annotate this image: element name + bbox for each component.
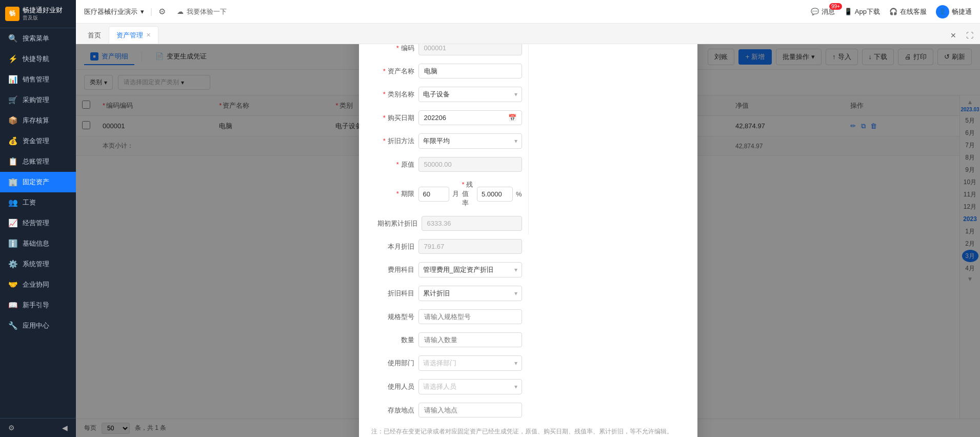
form-divider: [528, 44, 529, 235]
sidebar-item-ledger[interactable]: 📋 总账管理: [0, 151, 76, 172]
user-avatar[interactable]: 👤 畅捷通: [936, 5, 972, 18]
sidebar-item-quicknav[interactable]: ⚡ 快捷导航: [0, 49, 76, 69]
sidebar-item-finance[interactable]: 💰 资金管理: [0, 131, 76, 151]
sidebar-item-label: 快捷导航: [23, 54, 49, 64]
form-right-col: 本月折旧 费用科目 管理费用_固定资产折旧 ▾: [371, 235, 528, 422]
form-row-period: * 期限 月 * 残值率: [371, 176, 528, 212]
form-row-category: * 类别名称 电子设备 ▾: [371, 83, 528, 106]
sidebar-item-operation[interactable]: 📈 经营管理: [0, 213, 76, 233]
form-row-monthly-dep: 本月折旧: [371, 235, 528, 258]
initial-dep-input[interactable]: [422, 216, 522, 231]
tab-asset-management[interactable]: 资产管理 ✕: [109, 26, 158, 44]
quantity-input[interactable]: [418, 332, 522, 347]
messages-badge: 99+: [829, 3, 842, 10]
form-row-user: 使用人员 请选择人员 ▾: [371, 375, 528, 399]
basic-icon: ℹ️: [8, 239, 17, 248]
company-settings-icon[interactable]: ⚙: [158, 7, 166, 16]
content-area: ■ 资产明细 📄 变更生成凭证 刘账 + 新增 批量操作: [76, 44, 980, 437]
sidebar-item-system[interactable]: ⚙️ 系统管理: [0, 254, 76, 274]
form-row-dep-method: * 折旧方法 年限平均 ▾: [371, 129, 528, 153]
system-icon: ⚙️: [8, 260, 17, 269]
asset-name-input[interactable]: [418, 64, 522, 78]
category-name-label: * 类别名称: [377, 90, 414, 99]
sidebar-item-label: 库存核算: [23, 116, 49, 125]
residual-rate-input[interactable]: [477, 187, 513, 202]
messages-btn[interactable]: 💬 消息 99+: [811, 7, 835, 16]
purchase-icon: 🛒: [8, 95, 17, 105]
sidebar-item-appstore[interactable]: 🔧 应用中心: [0, 315, 76, 336]
collapse-icon[interactable]: ◀: [62, 424, 68, 432]
fixedassets-icon: 🏢: [8, 177, 17, 187]
company-name: 医疗器械行业演示: [84, 7, 137, 16]
tab-maximize-icon[interactable]: ⛶: [964, 29, 976, 42]
dep-method-select[interactable]: 年限平均 ▾: [418, 133, 522, 149]
expense-subject-select[interactable]: 管理费用_固定资产折旧 ▾: [418, 262, 522, 277]
form-row-dept: 使用部门 请选择部门 ▾: [371, 351, 528, 375]
online-service-label: 在线客服: [900, 7, 927, 16]
modal-body: * 编码 * 资产名称: [359, 44, 697, 427]
guide-icon: 📖: [8, 301, 17, 310]
user-chevron-icon: ▾: [514, 383, 517, 390]
settings-icon[interactable]: ⚙: [8, 424, 15, 432]
sidebar-item-inventory[interactable]: 📦 库存核算: [0, 110, 76, 131]
experience-label: 我要体验一下: [187, 7, 227, 16]
location-input[interactable]: [418, 403, 522, 418]
page-content: ■ 资产明细 📄 变更生成凭证 刘账 + 新增 批量操作: [76, 44, 980, 437]
initial-dep-label: 期初累计折旧: [377, 219, 417, 228]
tab-home[interactable]: 首页: [80, 26, 109, 44]
avatar: 👤: [936, 5, 949, 18]
company-selector[interactable]: 医疗器械行业演示 ▾: [84, 7, 144, 16]
sidebar-item-label: 总账管理: [23, 157, 49, 166]
user-label: 使用人员: [377, 382, 414, 391]
sidebar: 畅 畅捷通好业财 普及版 🔍 搜索菜单 ⚡ 快捷导航 📊 销售管理 🛒 采购管理…: [0, 0, 76, 437]
spec-input[interactable]: [418, 309, 522, 324]
sidebar-item-search[interactable]: 🔍 搜索菜单: [0, 28, 76, 49]
finance-icon: 💰: [8, 136, 17, 146]
dep-subject-select[interactable]: 累计折旧 ▾: [418, 286, 522, 301]
sidebar-item-label: 新手引导: [23, 301, 49, 310]
app-download-btn[interactable]: 📱 App下载: [844, 7, 880, 16]
edit-modal: 编辑固定资产 ✕ * 编码: [359, 44, 697, 437]
residual-rate-unit: %: [516, 190, 522, 198]
sales-icon: 📊: [8, 75, 17, 84]
form-row-initial-dep: 期初累计折旧: [371, 212, 528, 235]
code-input[interactable]: [418, 44, 522, 55]
category-select[interactable]: 电子设备 ▾: [418, 87, 522, 102]
sidebar-item-purchase[interactable]: 🛒 采购管理: [0, 90, 76, 110]
modal-overlay: 编辑固定资产 ✕ * 编码: [76, 44, 980, 437]
period-unit: 月: [452, 189, 459, 198]
experience-btn[interactable]: ☁ 我要体验一下: [177, 7, 227, 16]
ledger-icon: 📋: [8, 157, 17, 166]
tab-close-icon[interactable]: ✕: [146, 32, 151, 38]
sidebar-item-label: 系统管理: [23, 260, 49, 269]
search-icon: 🔍: [8, 34, 17, 43]
sidebar-item-salary[interactable]: 👥 工资: [0, 192, 76, 213]
main-area: 医疗器械行业演示 ▾ | ⚙ ☁ 我要体验一下 💬 消息 99+ 📱 App下载…: [76, 0, 980, 437]
sidebar-item-guide[interactable]: 📖 新手引导: [0, 295, 76, 315]
purchase-date-input[interactable]: 202206 📅: [418, 110, 522, 125]
dept-select[interactable]: 请选择部门 ▾: [418, 355, 522, 371]
sidebar-item-fixedassets[interactable]: 🏢 固定资产: [0, 172, 76, 192]
online-service-btn[interactable]: 🎧 在线客服: [889, 7, 927, 16]
dep-method-label: * 折旧方法: [377, 136, 414, 146]
tabbar: 首页 资产管理 ✕ ✕ ⛶: [76, 24, 980, 44]
download-icon: 📱: [844, 8, 852, 15]
purchase-date-label: * 购买日期: [377, 113, 414, 123]
tab-window-close-icon[interactable]: ✕: [947, 29, 959, 42]
sidebar-item-label: 搜索菜单: [23, 34, 49, 43]
original-value-input[interactable]: [418, 157, 522, 172]
message-icon: 💬: [811, 8, 819, 15]
period-input[interactable]: [418, 187, 449, 202]
user-select[interactable]: 请选择人员 ▾: [418, 379, 522, 394]
dep-subject-label: 折旧科目: [377, 289, 414, 298]
form-grid: * 编码 * 资产名称: [371, 44, 685, 422]
sidebar-item-collab[interactable]: 🤝 企业协同: [0, 274, 76, 295]
dep-subject-chevron-icon: ▾: [514, 290, 517, 297]
sidebar-item-basic[interactable]: ℹ️ 基础信息: [0, 233, 76, 254]
salary-icon: 👥: [8, 198, 17, 207]
form-row-expense-subject: 费用科目 管理费用_固定资产折旧 ▾: [371, 258, 528, 282]
form-row-location: 存放地点: [371, 399, 528, 422]
category-chevron-icon: ▾: [514, 91, 517, 98]
sidebar-item-label: 固定资产: [23, 177, 49, 187]
sidebar-item-sales[interactable]: 📊 销售管理: [0, 69, 76, 90]
